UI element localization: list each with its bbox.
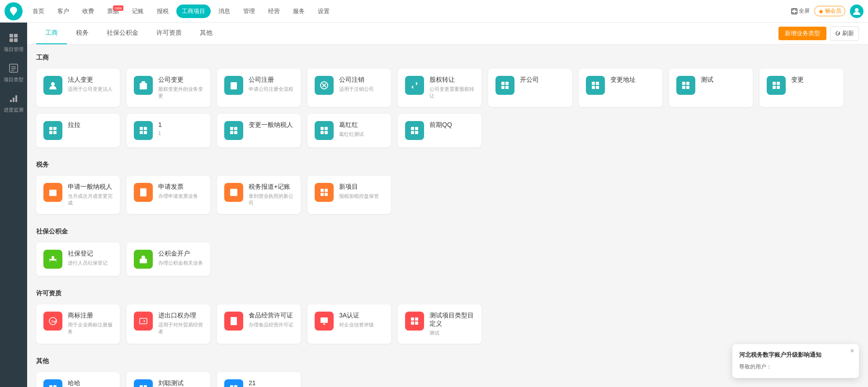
tab-qita[interactable]: 其他 [191, 23, 222, 44]
tab-xuke[interactable]: 许可资质 [147, 23, 191, 44]
card-icon [405, 312, 424, 331]
sidebar: 项目管理 项目类型 进度监测 [0, 23, 27, 387]
card-icon [43, 379, 62, 387]
member-btn[interactable]: 畅会员 [814, 6, 845, 16]
tab-shebao[interactable]: 社保公积金 [98, 23, 147, 44]
section-xuke-title: 许可资质 [36, 289, 859, 298]
sidebar-item-project-type[interactable]: 项目类型 [0, 57, 27, 88]
card-item[interactable]: 申请发票 办理申请发票业务 [127, 176, 210, 214]
card-item[interactable]: 21 1 [217, 372, 301, 387]
card-item[interactable]: 税务报道+记账 拿到营业执照的新公司 [217, 176, 301, 214]
card-text: 变更一般纳税人 [249, 121, 293, 131]
card-item[interactable]: 测试项目类型目定义 测试 [398, 304, 481, 344]
card-item[interactable]: 公司注销 适用于注销公司 [307, 69, 391, 107]
svg-rect-60 [411, 131, 414, 134]
svg-rect-87 [415, 317, 418, 321]
card-item[interactable]: 公司变更 股权变更外的业务变更 [127, 69, 210, 107]
card-icon [224, 183, 243, 202]
card-item[interactable]: 食品经营许可证 办理食品经营许可证 [217, 304, 301, 344]
card-item[interactable]: 股权转让 公司变更需要股权转让 [398, 69, 481, 107]
fullscreen-btn[interactable]: 全屏 [791, 7, 810, 15]
card-item[interactable]: 法人变更 适用于公司变更法人 [36, 69, 120, 107]
card-icon [134, 312, 153, 331]
nav-settings[interactable]: 设置 [312, 5, 335, 18]
card-item[interactable]: 公司注册 申请公司注册全流程 [217, 69, 301, 107]
svg-rect-6 [14, 38, 18, 42]
card-icon [43, 250, 62, 269]
card-desc: 适用于注销公司 [339, 86, 374, 93]
card-item[interactable]: 新项目 报税加税控盘保管 [307, 176, 391, 214]
card-icon: TM [43, 312, 62, 331]
nav-service[interactable]: 服务 [288, 5, 310, 18]
card-item[interactable]: 公积金开户 办理公积金相关业务 [127, 242, 210, 276]
svg-rect-44 [49, 131, 52, 134]
svg-rect-51 [234, 127, 237, 130]
list-icon [7, 62, 20, 75]
card-text: 变更地址 [610, 76, 636, 86]
btn-refresh[interactable]: 刷新 [830, 26, 859, 41]
card-title: 公司注销 [339, 76, 374, 84]
card-item[interactable]: 进出口权办理 适用于对外贸易经营者 [127, 304, 210, 344]
card-desc: 股权变更外的业务变更 [158, 86, 203, 100]
card-title: 刘聪测试 [158, 379, 184, 387]
avatar[interactable] [850, 5, 863, 18]
btn-new-type[interactable]: 新增业务类型 [778, 27, 826, 40]
svg-rect-22 [233, 87, 235, 89]
card-item[interactable]: 变更 [760, 69, 843, 107]
card-item[interactable]: TM 商标注册 用于企业商标注册服务 [36, 304, 120, 344]
sidebar-item-progress[interactable]: 进度监测 [0, 88, 27, 118]
nav-messages[interactable]: 消息 [213, 5, 236, 18]
svg-rect-21 [234, 84, 236, 85]
card-item[interactable]: 葛红红 葛红红测试 [307, 114, 391, 147]
card-icon [43, 76, 62, 95]
svg-rect-33 [596, 86, 599, 89]
card-title: 1 [158, 121, 162, 128]
card-item[interactable]: 拉拉 [36, 114, 120, 147]
card-title: 新项目 [339, 183, 379, 191]
card-icon [315, 312, 334, 331]
card-title: 公积金开户 [158, 250, 203, 258]
card-item[interactable]: 变更地址 [579, 69, 662, 107]
card-item[interactable]: 申请一般纳税人 当月或次月成变更完成 [36, 176, 120, 214]
card-item[interactable]: 哈哈 [36, 372, 120, 387]
card-item[interactable]: 测试 [669, 69, 753, 107]
svg-rect-64 [51, 193, 52, 195]
svg-rect-49 [144, 131, 147, 134]
svg-point-76 [55, 259, 57, 261]
nav-business[interactable]: 工商项目 [176, 5, 211, 18]
card-item[interactable]: 3A认证 对企业信誉评级 [307, 304, 391, 344]
sidebar-item-project-manage[interactable]: 项目管理 [0, 27, 27, 57]
nav-customer[interactable]: 客户 [52, 5, 75, 18]
card-text: 进出口权办理 适用于对外贸易经营者 [158, 312, 203, 336]
card-item[interactable]: 社保登记 进行人员社保登记 [36, 242, 120, 276]
card-text: 1 1 [158, 121, 162, 137]
nav-tickets[interactable]: 票据 new [102, 5, 124, 18]
nav-billing[interactable]: 收费 [77, 5, 99, 18]
card-item[interactable]: 变更一般纳税人 [217, 114, 301, 147]
nav-manage[interactable]: 管理 [238, 5, 260, 18]
tab-gongshang[interactable]: 工商 [36, 23, 67, 44]
card-item[interactable]: 刘聪测试 测试 [127, 372, 210, 387]
svg-rect-55 [325, 127, 328, 130]
svg-rect-89 [415, 322, 418, 325]
tab-shuiwu[interactable]: 税务 [67, 23, 98, 44]
card-title: 变更一般纳税人 [249, 121, 293, 129]
card-text: 商标注册 用于企业商标注册服务 [68, 312, 113, 336]
svg-marker-1 [819, 9, 823, 14]
card-item[interactable]: 开公司 [488, 69, 572, 107]
card-item[interactable]: 前期QQ [398, 114, 481, 147]
nav-tax[interactable]: 报税 [151, 5, 174, 18]
card-desc: 1 [158, 130, 162, 137]
notification-close[interactable]: ✕ [850, 348, 854, 354]
svg-rect-30 [592, 82, 595, 85]
svg-rect-99 [234, 385, 237, 387]
fullscreen-label: 全屏 [799, 7, 810, 15]
nav-home[interactable]: 首页 [27, 5, 50, 18]
refresh-label: 刷新 [842, 29, 854, 37]
card-item[interactable]: 1 1 [127, 114, 210, 147]
card-text: 申请发票 办理申请发票业务 [158, 183, 198, 200]
nav-operation[interactable]: 经营 [263, 5, 285, 18]
svg-rect-53 [234, 131, 237, 134]
nav-bookkeeping[interactable]: 记账 [127, 5, 149, 18]
section-shuiwu-title: 税务 [36, 161, 859, 169]
